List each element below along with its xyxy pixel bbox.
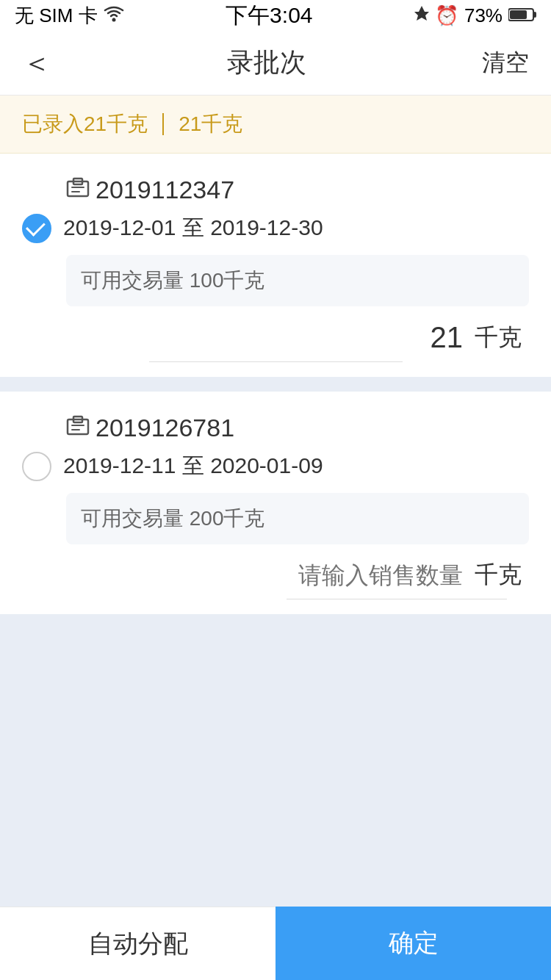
svg-rect-3 bbox=[510, 10, 527, 19]
battery-percent: 73% bbox=[464, 4, 503, 27]
batch-quantity-unit-2: 千克 bbox=[475, 559, 522, 591]
batch-icon-1 bbox=[66, 176, 90, 203]
status-bar: 无 SIM 卡 下午3:04 ⏰ 73% bbox=[0, 0, 551, 31]
back-button[interactable]: ＜ bbox=[22, 43, 51, 83]
status-time: 下午3:04 bbox=[226, 1, 312, 31]
batch-item-2: 2019126781 2019-12-11 至 2020-01-09 可用交易量… bbox=[0, 392, 551, 614]
wifi-icon bbox=[104, 4, 124, 27]
location-icon bbox=[414, 4, 429, 27]
battery-icon bbox=[508, 4, 536, 27]
auto-distribute-button[interactable]: 自动分配 bbox=[0, 907, 276, 980]
batch-date-2: 2019-12-11 至 2020-01-09 bbox=[63, 451, 323, 481]
batch-id-1: 2019112347 bbox=[96, 176, 234, 204]
summary-divider bbox=[162, 113, 164, 135]
batch-radio-1[interactable] bbox=[22, 214, 51, 243]
summary-amount: 21千克 bbox=[179, 110, 242, 138]
batch-quantity-row-1: 21 千克 bbox=[22, 306, 529, 361]
batch-availability-2: 可用交易量 200千克 bbox=[66, 493, 529, 544]
divider-2 bbox=[287, 599, 507, 599]
batch-icon-2 bbox=[66, 414, 90, 442]
batch-availability-1: 可用交易量 100千克 bbox=[66, 255, 529, 306]
page-title: 录批次 bbox=[227, 45, 306, 81]
batch-radio-2[interactable] bbox=[22, 452, 51, 481]
batch-id-row-1: 2019112347 bbox=[66, 176, 529, 204]
batch-id-2: 2019126781 bbox=[96, 414, 234, 442]
batch-quantity-value-1: 21 bbox=[431, 321, 464, 354]
nav-bar: ＜ 录批次 清空 bbox=[0, 31, 551, 96]
bottom-bar: 自动分配 确定 bbox=[0, 907, 551, 980]
confirm-button[interactable]: 确定 bbox=[276, 907, 551, 980]
batch-date-row-1[interactable]: 2019-12-01 至 2019-12-30 bbox=[22, 213, 529, 243]
summary-label: 已录入21千克 bbox=[22, 110, 148, 138]
batch-item-1: 2019112347 2019-12-01 至 2019-12-30 可用交易量… bbox=[0, 154, 551, 377]
status-right: ⏰ 73% bbox=[414, 4, 536, 27]
summary-banner: 已录入21千克 21千克 bbox=[0, 96, 551, 154]
batch-date-row-2[interactable]: 2019-12-11 至 2020-01-09 bbox=[22, 451, 529, 481]
batch-quantity-unit-1: 千克 bbox=[475, 322, 522, 354]
alarm-icon: ⏰ bbox=[435, 4, 458, 27]
status-left: 无 SIM 卡 bbox=[15, 3, 124, 29]
section-divider bbox=[0, 377, 551, 392]
clear-button[interactable]: 清空 bbox=[482, 47, 529, 79]
no-sim-text: 无 SIM 卡 bbox=[15, 3, 98, 29]
batch-quantity-row-2: 千克 bbox=[22, 544, 529, 599]
svg-point-0 bbox=[112, 18, 115, 21]
batch-id-row-2: 2019126781 bbox=[66, 414, 529, 442]
batch-quantity-input-2[interactable] bbox=[242, 562, 463, 589]
batch-date-1: 2019-12-01 至 2019-12-30 bbox=[63, 213, 323, 243]
divider-1 bbox=[149, 361, 403, 362]
svg-rect-2 bbox=[533, 12, 536, 18]
